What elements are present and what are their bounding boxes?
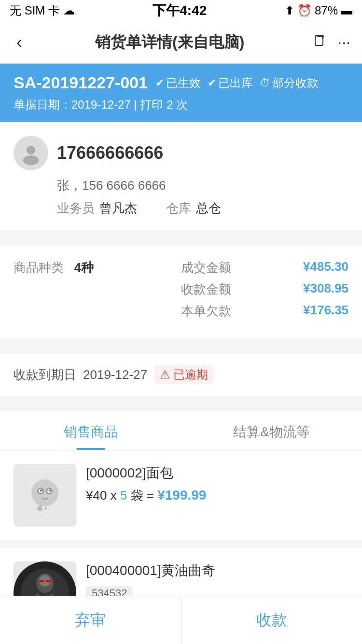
stats-right: 成交金额 ¥485.30 收款金额 ¥308.95 本单欠款 ¥176.35	[181, 259, 348, 324]
amount-row-deal: 成交金额 ¥485.30	[181, 259, 348, 276]
nav-actions: ···	[312, 33, 350, 52]
status-time: 下午4:42	[153, 1, 207, 20]
tab-settlement-logistics[interactable]: 结算&物流等	[181, 411, 362, 450]
overdue-icon: ⚠	[160, 368, 170, 381]
svg-point-4	[31, 479, 58, 506]
alarm-icon: ⏰	[297, 4, 312, 17]
amount-row-owed: 本单欠款 ¥176.35	[181, 303, 348, 320]
nav-bar: ‹ 销货单详情(来自电脑) ···	[0, 21, 362, 64]
product-name-2: [000400001]黄油曲奇	[86, 561, 348, 580]
svg-point-2	[27, 146, 35, 154]
product-name-1: [0000002]面包	[86, 464, 348, 482]
amount-row-received: 收款金额 ¥308.95	[181, 281, 348, 298]
overdue-text: 已逾期	[173, 367, 208, 382]
total-1: ¥199.99	[157, 488, 206, 503]
svg-rect-17	[46, 580, 51, 582]
amount-owed-label: 本单欠款	[181, 303, 231, 320]
check-icon-1: ✔	[155, 77, 164, 89]
status-left: 无 SIM 卡 ☁	[10, 3, 75, 18]
tabs-bar: 销售商品 结算&物流等	[0, 411, 362, 450]
unit-1: 袋	[131, 488, 143, 503]
sales-value: 曾凡杰	[99, 200, 137, 217]
battery-status: 87%	[315, 4, 338, 17]
warehouse-label: 仓库	[166, 200, 191, 217]
badge-effective: ✔ 已生效	[155, 75, 201, 91]
amount-received-label: 收款金额	[181, 281, 231, 298]
header-top: SA-20191227-001 ✔ 已生效 ✔ 已出库 ⏱ 部分收款	[14, 73, 348, 92]
sales-meta: 业务员 曾凡杰	[57, 200, 137, 217]
sim-status: 无 SIM 卡 ☁	[10, 3, 75, 18]
share-icon[interactable]	[312, 33, 328, 52]
divider-1	[0, 238, 362, 246]
amount-deal-value: ¥485.30	[303, 259, 348, 276]
svg-text:兽+: 兽+	[37, 504, 47, 512]
amount-deal-label: 成交金额	[181, 259, 231, 276]
page-title: 销货单详情(来自电脑)	[95, 32, 244, 53]
price-unit-1: ¥40	[86, 488, 107, 503]
product-types-item: 商品种类 4种	[14, 259, 181, 276]
check-icon-2: ✔	[208, 77, 216, 89]
stats-left: 商品种类 4种	[14, 259, 181, 279]
svg-rect-16	[39, 580, 44, 582]
status-bar: 无 SIM 卡 ☁ 下午4:42 ⬆ ⏰ 87% ▬	[0, 0, 362, 21]
status-right: ⬆ ⏰ 87% ▬	[285, 4, 352, 17]
due-date-value: 2019-12-27	[83, 367, 147, 382]
customer-phone: 17666666666	[57, 143, 163, 163]
order-id: SA-20191227-001	[14, 73, 148, 92]
sales-label: 业务员	[57, 200, 95, 217]
amount-received-value: ¥308.95	[303, 281, 348, 298]
header-sub: 单据日期：2019-12-27 | 打印 2 次	[14, 97, 348, 112]
clock-icon: ⏱	[260, 77, 270, 89]
tab-sales-goods[interactable]: 销售商品	[0, 411, 181, 450]
product-types-value: 4种	[74, 260, 94, 275]
warehouse-meta: 仓库 总仓	[166, 200, 221, 217]
badge-partial: ⏱ 部分收款	[260, 75, 319, 91]
divider-3	[0, 404, 362, 411]
badge-shipped: ✔ 已出库	[208, 75, 253, 91]
svg-point-3	[23, 155, 39, 165]
more-icon[interactable]: ···	[337, 33, 350, 51]
due-card: 收款到期日 2019-12-27 ⚠ 已逾期	[0, 353, 362, 396]
customer-name-phone: 张，156 6666 6666	[14, 177, 348, 194]
collect-payment-button[interactable]: 收款	[181, 596, 362, 644]
amount-owed-value: ¥176.35	[303, 303, 348, 320]
abandon-review-button[interactable]: 弃审	[0, 596, 181, 644]
customer-meta: 业务员 曾凡杰 仓库 总仓	[14, 200, 348, 217]
product-types-label: 商品种类	[14, 260, 64, 275]
stats-card: 商品种类 4种 成交金额 ¥485.30 收款金额 ¥308.95 本单欠款 ¥…	[0, 246, 362, 338]
battery-icon: ▬	[341, 4, 352, 17]
svg-point-9	[40, 490, 42, 491]
product-price-1: ¥40 x 5 袋 = ¥199.99	[86, 487, 348, 504]
warehouse-value: 总仓	[196, 200, 221, 217]
location-icon: ⬆	[285, 4, 294, 17]
header-band: SA-20191227-001 ✔ 已生效 ✔ 已出库 ⏱ 部分收款 单据日期：…	[0, 64, 362, 122]
divider-2	[0, 346, 362, 353]
product-img-1: 兽+	[14, 464, 76, 527]
badges: ✔ 已生效 ✔ 已出库 ⏱ 部分收款	[155, 75, 319, 91]
customer-top: 17666666666	[14, 136, 348, 170]
due-date-label: 收款到期日	[14, 366, 76, 383]
avatar	[14, 136, 48, 170]
bottom-bar: 弃审 收款	[0, 596, 362, 644]
svg-point-10	[49, 490, 51, 491]
product-item-1: 兽+ [0000002]面包 ¥40 x 5 袋 = ¥199.99	[0, 450, 362, 540]
overdue-badge: ⚠ 已逾期	[154, 365, 214, 384]
customer-card: 17666666666 张，156 6666 6666 业务员 曾凡杰 仓库 总…	[0, 122, 362, 230]
qty-1: 5	[120, 488, 127, 503]
back-button[interactable]: ‹	[12, 28, 27, 57]
product-info-1: [0000002]面包 ¥40 x 5 袋 = ¥199.99	[86, 464, 348, 504]
